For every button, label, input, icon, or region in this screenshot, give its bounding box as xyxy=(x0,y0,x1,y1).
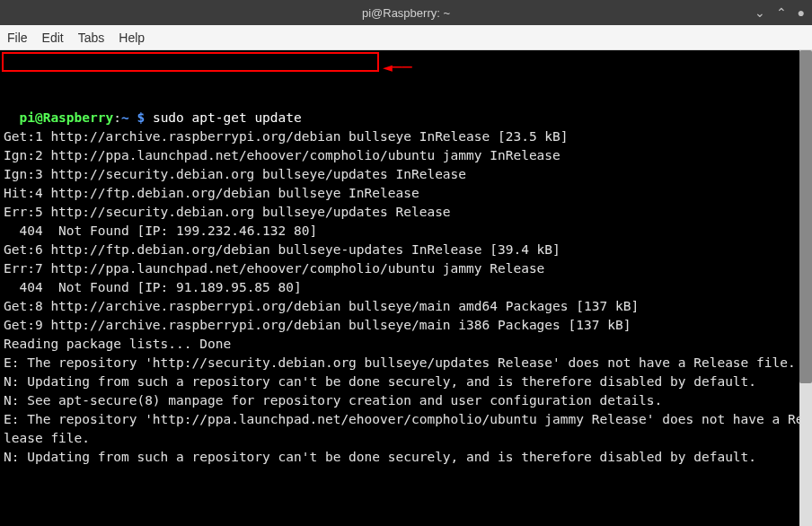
output-line: E: The repository 'http://ppa.launchpad.… xyxy=(4,412,803,445)
menu-tabs[interactable]: Tabs xyxy=(78,31,105,45)
menu-help[interactable]: Help xyxy=(119,31,145,45)
terminal-area[interactable]: ◄── pi@Raspberry:~ $ sudo apt-get update… xyxy=(0,50,812,526)
maximize-icon[interactable]: ⌃ xyxy=(776,5,787,20)
window-controls: ⌄ ⌃ ● xyxy=(755,5,805,20)
annotation-arrow-icon: ◄── xyxy=(383,56,412,79)
output-line: Get:9 http://archive.raspberrypi.org/deb… xyxy=(4,318,631,332)
output-line: Ign:2 http://ppa.launchpad.net/ehoover/c… xyxy=(4,148,560,162)
prompt-path: ~ xyxy=(121,110,129,125)
window-title: pi@Raspberry: ~ xyxy=(362,6,450,20)
output-line: Err:5 http://security.debian.org bullsey… xyxy=(4,205,451,219)
close-icon[interactable]: ● xyxy=(798,5,805,20)
prompt-dollar: $ xyxy=(129,110,153,125)
output-line: Reading package lists... Done xyxy=(4,337,231,351)
output-line: N: Updating from such a repository can't… xyxy=(4,374,756,389)
output-line: N: See apt-secure(8) manpage for reposit… xyxy=(4,393,662,408)
minimize-icon[interactable]: ⌄ xyxy=(755,5,765,20)
output-line: E: The repository 'http://security.debia… xyxy=(4,355,796,370)
output-line: 404 Not Found [IP: 91.189.95.85 80] xyxy=(4,280,302,294)
prompt-colon: : xyxy=(113,110,121,125)
annotation-highlight-box xyxy=(2,52,379,72)
window-titlebar: pi@Raspberry: ~ ⌄ ⌃ ● xyxy=(0,0,812,25)
output-line: Ign:3 http://security.debian.org bullsey… xyxy=(4,167,466,181)
output-line: Get:8 http://archive.raspberrypi.org/deb… xyxy=(4,299,639,313)
output-line: Hit:4 http://ftp.debian.org/debian bulls… xyxy=(4,186,419,200)
output-line: Get:1 http://archive.raspberrypi.org/deb… xyxy=(4,129,569,144)
output-line: N: Updating from such a repository can't… xyxy=(4,450,756,464)
prompt-user-host: pi@Raspberry xyxy=(19,110,113,125)
menu-edit[interactable]: Edit xyxy=(42,31,64,45)
vertical-scrollbar[interactable] xyxy=(799,50,812,526)
output-line: Err:7 http://ppa.launchpad.net/ehoover/c… xyxy=(4,261,544,276)
scrollbar-thumb[interactable] xyxy=(799,50,812,383)
command-text: sudo apt-get update xyxy=(153,110,302,125)
output-line: 404 Not Found [IP: 199.232.46.132 80] xyxy=(4,224,317,238)
output-line: Get:6 http://ftp.debian.org/debian bulls… xyxy=(4,242,560,257)
menu-bar: File Edit Tabs Help xyxy=(0,25,812,50)
menu-file[interactable]: File xyxy=(7,31,28,45)
